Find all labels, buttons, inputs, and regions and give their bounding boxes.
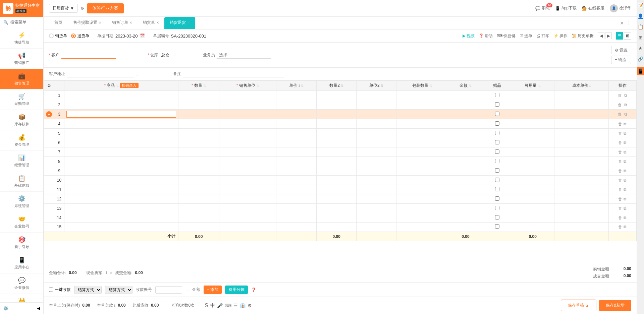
unit-cell[interactable] <box>219 110 276 119</box>
delete-icon[interactable]: 🗑 <box>618 150 622 154</box>
tab-sales-return-close[interactable]: ✕ <box>187 21 190 24</box>
sidebar-item-appstore[interactable]: 📱 应用中心 <box>0 253 43 273</box>
tab-sales-order[interactable]: 销售订单 ✕ <box>107 17 138 29</box>
unit2-cell[interactable] <box>357 100 396 110</box>
goods-cell[interactable] <box>64 157 178 166</box>
right-panel-icon-7[interactable]: 📱 <box>637 67 644 75</box>
one-key-pay-checkbox[interactable] <box>49 288 53 292</box>
delete-icon[interactable]: 🗑 <box>618 178 622 183</box>
help-btn[interactable]: ❓ 帮助 <box>479 33 493 39</box>
add-row-btn[interactable]: + <box>46 111 52 117</box>
sidebar-item-finance[interactable]: 💰 资金管理 <box>0 130 43 151</box>
salesperson-input[interactable] <box>217 52 271 59</box>
add-payment-btn[interactable]: + 添加 <box>204 286 222 294</box>
goods-input-active[interactable] <box>66 111 176 118</box>
qty2-sort[interactable]: ⇅ <box>341 84 343 87</box>
amount-cell[interactable] <box>448 100 483 110</box>
tab-sales-delivery[interactable]: 销货单 ✕ <box>138 17 164 29</box>
goods-cell[interactable] <box>64 129 178 138</box>
mic-icon[interactable]: 🎤 <box>217 303 223 308</box>
tab-close-all[interactable]: ✕ <box>620 20 624 26</box>
user-menu[interactable]: 👤 徐泽华 <box>610 4 631 12</box>
qty-cell[interactable] <box>178 100 219 110</box>
gift-checkbox[interactable] <box>495 168 499 173</box>
industry-dropdown[interactable]: 日用百货 ▼ <box>49 4 78 13</box>
video-btn[interactable]: ▶ 视频 <box>463 33 475 39</box>
collapse-icon[interactable]: ◀ <box>37 306 40 311</box>
customer-input[interactable] <box>61 52 116 59</box>
col-settings[interactable]: ⚙ <box>44 81 54 91</box>
delete-icon[interactable]: 🗑 <box>618 112 622 117</box>
settings-gear-icon[interactable]: ⚙ <box>80 6 84 11</box>
gift-checkbox[interactable] <box>495 187 499 191</box>
online-service-btn[interactable]: 💁 在线客服 <box>582 5 604 11</box>
copy-icon[interactable]: ⧉ <box>624 93 627 98</box>
prev-doc[interactable]: ◀ <box>598 33 604 39</box>
account-input[interactable] <box>155 286 182 294</box>
pack-sort[interactable]: ⇅ <box>429 84 432 87</box>
gift-checkbox[interactable] <box>495 102 499 107</box>
this-order-debt-info[interactable]: ℹ <box>114 303 115 307</box>
copy-icon[interactable]: ⧉ <box>624 159 627 164</box>
goods-cell[interactable] <box>64 185 178 194</box>
gift-checkbox[interactable] <box>495 159 499 163</box>
sales-return-radio[interactable]: 退货单 <box>71 33 89 39</box>
one-key-pay-label[interactable]: 一键收款 <box>49 287 71 293</box>
goods-cell[interactable] <box>64 223 178 232</box>
copy-icon[interactable]: ⧉ <box>624 215 627 220</box>
customer-more[interactable]: ... <box>118 53 121 57</box>
amount-cell[interactable] <box>448 110 483 119</box>
qty2-cell[interactable] <box>317 91 357 100</box>
copy-icon[interactable]: ⧉ <box>624 206 627 211</box>
sidebar-item-marketing[interactable]: 📢 营销推广 <box>0 49 43 69</box>
delete-icon[interactable]: 🗑 <box>618 225 622 229</box>
delete-icon[interactable]: 🗑 <box>618 93 622 98</box>
goods-cell-active[interactable] <box>64 110 178 119</box>
save-new-btn[interactable]: 保存&新增 <box>599 300 631 311</box>
goods-cell[interactable] <box>64 213 178 223</box>
gift-checkbox[interactable] <box>495 149 499 154</box>
avail-sort[interactable]: ⇅ <box>538 84 541 87</box>
sidebar-item-sales[interactable]: 💼 销售管理 <box>0 69 43 89</box>
delete-icon[interactable]: 🗑 <box>618 159 622 164</box>
delete-icon[interactable]: 🗑 <box>618 187 622 192</box>
logistics-btn[interactable]: + 物流 <box>611 56 631 64</box>
sidebar-item-guide[interactable]: 🎯 新手引导 <box>0 233 43 253</box>
copy-icon[interactable]: ⧉ <box>624 122 627 126</box>
gift-checkbox[interactable] <box>495 93 499 97</box>
gift-checkbox[interactable] <box>495 224 499 229</box>
experience-btn[interactable]: 体验行业方案 <box>87 3 124 13</box>
message-btn[interactable]: 💬 消息 70 <box>535 5 550 11</box>
avail-cell[interactable] <box>511 100 554 110</box>
sales-delivery-radio[interactable]: 销货单 <box>49 33 67 39</box>
goods-cell[interactable] <box>64 204 178 213</box>
goods-cell[interactable] <box>64 176 178 185</box>
delete-icon[interactable]: 🗑 <box>618 169 622 173</box>
gift-checkbox[interactable] <box>495 206 499 210</box>
copy-icon[interactable]: ⧉ <box>624 112 627 117</box>
settings-icon[interactable]: ⚙️ <box>3 306 8 311</box>
qty-sort[interactable]: ⇅ <box>203 84 206 87</box>
pack-cell[interactable] <box>396 100 448 110</box>
goods-cell[interactable] <box>64 147 178 157</box>
pack-cell[interactable] <box>396 110 448 119</box>
sidebar-item-wechat[interactable]: 💬 企业微信 <box>0 273 43 294</box>
right-panel-icon-5[interactable]: ★ <box>638 46 643 51</box>
price-sort[interactable]: ⇅ <box>301 84 304 87</box>
tab-menu[interactable]: ⋮ <box>627 20 631 26</box>
salesperson-more[interactable]: ... <box>273 53 277 57</box>
goods-cell[interactable] <box>64 119 178 129</box>
setting2-icon[interactable]: ⚙ <box>248 303 252 308</box>
copy-icon[interactable]: ⧉ <box>624 169 627 173</box>
print-btn[interactable]: 🖨 打印 <box>536 33 549 39</box>
qty2-cell[interactable] <box>317 110 357 119</box>
unit2-sort[interactable]: ⇅ <box>381 84 383 87</box>
sidebar-item-operations[interactable]: 📊 经营管理 <box>0 151 43 171</box>
sidebar-item-member[interactable]: 👑 畅会员 <box>0 294 43 302</box>
goods-cell[interactable] <box>64 166 178 176</box>
history-btn[interactable]: 📜 历史单据 <box>572 33 594 39</box>
sidebar-item-enterprise[interactable]: 🤝 企业协同 <box>0 212 43 233</box>
form-setting-btn[interactable]: ⚙ 设置 <box>611 46 631 54</box>
sidebar-item-purchase[interactable]: 🛒 采购管理 <box>0 89 43 110</box>
address-input[interactable] <box>67 70 134 77</box>
